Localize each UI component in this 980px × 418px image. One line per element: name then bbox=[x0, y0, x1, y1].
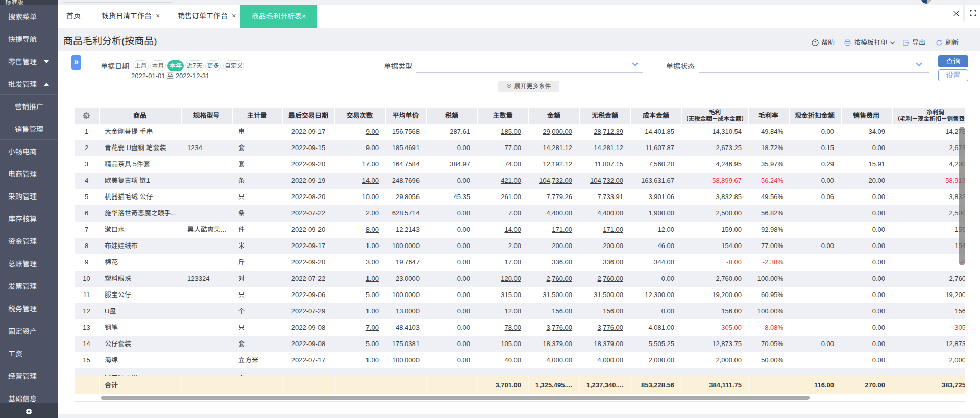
svg-text:?: ? bbox=[814, 40, 817, 45]
